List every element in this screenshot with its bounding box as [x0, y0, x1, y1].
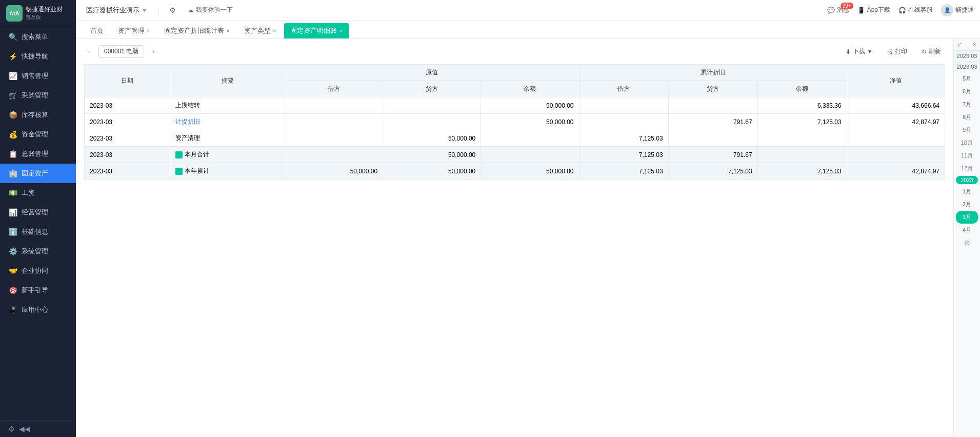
cell-accum-balance: [757, 147, 847, 163]
th-accum-credit: 贷方: [668, 81, 757, 97]
app-download-button[interactable]: 📱 App下载: [857, 6, 890, 14]
avatar: 👤: [941, 4, 953, 16]
box-icon: 📦: [8, 110, 17, 120]
refresh-button[interactable]: ↻ 刷新: [917, 45, 945, 58]
cell-accum-balance: 6,333.36: [757, 97, 847, 114]
cloud-icon: ☁: [188, 7, 194, 14]
info-icon: ℹ️: [8, 227, 17, 236]
online-support-button[interactable]: 🎧 在线客服: [898, 6, 933, 14]
cell-summary: 本年累计: [170, 163, 285, 180]
tab-close-depreciation[interactable]: ×: [226, 28, 229, 34]
cell-orig-credit: 50,000.00: [383, 130, 481, 147]
cell-accum-credit: 791.67: [668, 147, 757, 163]
timeline-year-badge[interactable]: 2023: [956, 176, 978, 184]
separator: |: [157, 6, 159, 14]
prev-asset-button[interactable]: ‹: [84, 47, 94, 57]
timeline-month-3[interactable]: 3月: [956, 211, 978, 224]
panel-controls: ⤢ ✕: [954, 39, 980, 51]
download-button[interactable]: ⬇ 下载 ▼: [842, 45, 876, 58]
cell-accum-balance: 7,125.03: [757, 163, 847, 180]
tab-close-asset-type[interactable]: ×: [273, 28, 276, 34]
summary-link[interactable]: 计提折旧: [175, 118, 200, 125]
cell-date: 2023-03: [85, 130, 170, 147]
timeline-month-5[interactable]: 5月: [954, 72, 980, 85]
sidebar-item-guide[interactable]: 🎯 新手引导: [0, 281, 76, 300]
timeline-month-7[interactable]: 7月: [954, 98, 980, 111]
sidebar-item-enterprise[interactable]: 🤝 企业协同: [0, 261, 76, 281]
table-row: 2023-03 上期结转 50,000.00 6,333.36 43,666.6…: [85, 97, 945, 114]
collapse-icon[interactable]: ◀◀: [19, 425, 30, 433]
cell-orig-balance: 50,000.00: [481, 163, 579, 180]
cell-date: 2023-03: [85, 163, 170, 180]
cell-summary: 资产清理: [170, 130, 285, 147]
tab-asset-mgmt[interactable]: 资产管理 ×: [112, 23, 156, 38]
print-icon: 🖨: [887, 48, 893, 55]
content-area: ‹ 000001 电脑 › ⬇ 下载 ▼ 🖨 打印 ↻: [76, 39, 980, 437]
lightning-icon: ⚡: [8, 52, 17, 61]
cell-net-value: 43,666.64: [847, 97, 945, 114]
timeline-header2: 2023.03: [954, 62, 980, 72]
tab-close-asset-detail[interactable]: ×: [339, 28, 342, 34]
sidebar-item-system[interactable]: ⚙️ 系统管理: [0, 242, 76, 261]
sidebar-item-fixed-assets[interactable]: 🏢 固定资产: [0, 164, 76, 183]
print-button[interactable]: 🖨 打印: [883, 45, 911, 58]
building-icon: 🏢: [8, 169, 17, 178]
logo-icon: AtA: [6, 5, 23, 22]
cell-accum-debit: [579, 114, 668, 130]
timeline-month-2[interactable]: 2月: [954, 198, 980, 211]
timeline-scroll-down-icon[interactable]: ⊕: [964, 239, 970, 247]
tabs-bar: 首页 资产管理 × 固定资产折旧统计表 × 资产类型 × 固定资产明细账 ×: [76, 21, 980, 39]
cell-accum-debit: 7,125.03: [579, 163, 668, 180]
sidebar-item-apps[interactable]: 📱 应用中心: [0, 300, 76, 320]
th-date: 日期: [85, 65, 170, 97]
cell-orig-credit: [383, 97, 481, 114]
tab-asset-type[interactable]: 资产类型 ×: [238, 23, 282, 38]
sidebar-item-inventory[interactable]: 📦 库存核算: [0, 105, 76, 125]
timeline-month-12[interactable]: 12月: [954, 162, 980, 175]
panel-expand-icon[interactable]: ⤢: [957, 41, 962, 48]
cell-orig-balance: 50,000.00: [481, 114, 579, 130]
tab-close-asset-mgmt[interactable]: ×: [147, 28, 150, 34]
timeline-month-6[interactable]: 6月: [954, 85, 980, 98]
topbar-right: 💬 消息 99+ 📱 App下载 🎧 在线客服 👤 畅捷通: [827, 4, 974, 16]
sidebar-item-ledger[interactable]: 📋 总账管理: [0, 144, 76, 164]
cell-orig-balance: [481, 130, 579, 147]
tab-asset-detail[interactable]: 固定资产明细账 ×: [284, 23, 348, 38]
timeline-month-4[interactable]: 4月: [954, 224, 980, 236]
timeline-header1: 2023.03: [954, 51, 980, 62]
cell-orig-balance: 50,000.00: [481, 97, 579, 114]
th-summary: 摘要: [170, 65, 285, 97]
sidebar-item-search[interactable]: 🔍 搜索菜单: [0, 27, 76, 47]
company-selector[interactable]: 医疗器械行业演示 ▼: [82, 4, 151, 17]
settings-bottom-icon[interactable]: ⚙: [8, 425, 15, 433]
company-name: 医疗器械行业演示: [86, 6, 139, 15]
cell-summary: 上期结转: [170, 97, 285, 114]
user-menu[interactable]: 👤 畅捷通: [941, 4, 974, 16]
money-icon: 💰: [8, 130, 17, 139]
sidebar-item-payroll[interactable]: 💵 工资: [0, 183, 76, 203]
main-content: ‹ 000001 电脑 › ⬇ 下载 ▼ 🖨 打印 ↻: [76, 39, 953, 437]
sidebar-item-sales[interactable]: 📈 销售管理: [0, 66, 76, 86]
sidebar-item-finance[interactable]: 💰 资金管理: [0, 125, 76, 144]
sidebar-item-quick-nav[interactable]: ⚡ 快捷导航: [0, 47, 76, 66]
settings-button[interactable]: ⚙: [165, 3, 179, 17]
sidebar-item-ops[interactable]: 📊 经营管理: [0, 203, 76, 222]
sidebar-item-basic[interactable]: ℹ️ 基础信息: [0, 222, 76, 242]
sidebar-item-purchase[interactable]: 🛒 采购管理: [0, 86, 76, 105]
tab-home[interactable]: 首页: [84, 23, 110, 38]
timeline-month-11[interactable]: 11月: [954, 149, 980, 162]
messages-button[interactable]: 💬 消息 99+: [827, 6, 849, 14]
messages-badge: 99+: [841, 3, 853, 9]
asset-code-name[interactable]: 000001 电脑: [98, 45, 144, 58]
timeline-month-10[interactable]: 10月: [954, 136, 980, 149]
cell-orig-debit: [285, 130, 383, 147]
next-asset-button[interactable]: ›: [148, 47, 158, 57]
tab-depreciation[interactable]: 固定资产折旧统计表 ×: [158, 23, 235, 38]
toolbar-right: ⬇ 下载 ▼ 🖨 打印 ↻ 刷新: [842, 45, 945, 58]
experience-button[interactable]: ☁ 我要体验一下: [188, 6, 233, 14]
timeline-month-1[interactable]: 1月: [954, 185, 980, 198]
panel-close-icon[interactable]: ✕: [972, 41, 977, 48]
timeline-month-9[interactable]: 9月: [954, 124, 980, 136]
timeline-month-8[interactable]: 8月: [954, 111, 980, 124]
sidebar-bottom: ⚙ ◀◀: [0, 420, 76, 437]
